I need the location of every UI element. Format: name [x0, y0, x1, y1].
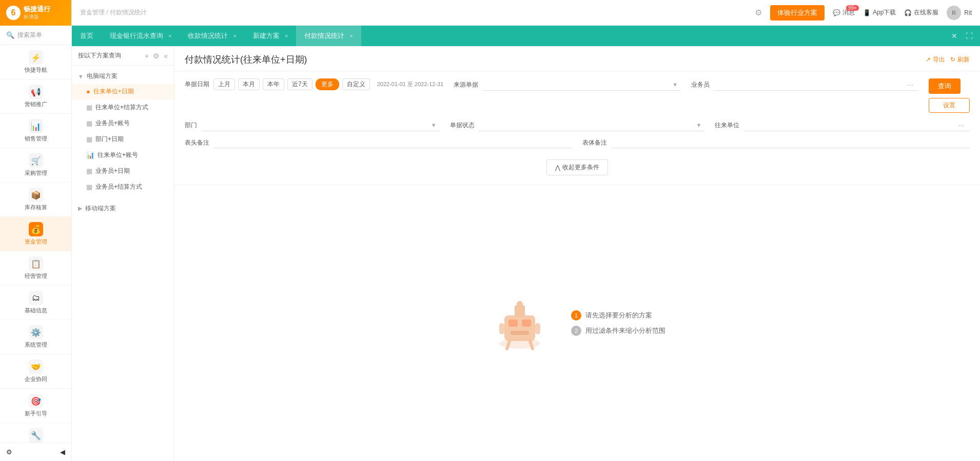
- app-label: App下载: [873, 8, 896, 17]
- settings-button[interactable]: 设置: [929, 98, 970, 113]
- logo-name: 畅捷通行: [24, 5, 50, 13]
- scheme-group-header-mobile[interactable]: ▶移动端方案: [72, 201, 174, 216]
- sidebar-bottom: ⚙ ◀: [0, 443, 71, 461]
- sidebar-label-inventory: 库存核算: [25, 204, 47, 211]
- scheme-item-salesman-account[interactable]: ▦业务员+账号: [72, 115, 174, 131]
- salesman-more-icon[interactable]: ···: [905, 81, 915, 89]
- tab-close-bank-flow[interactable]: ×: [168, 33, 171, 39]
- sidebar-item-inventory[interactable]: 📦 库存核算: [0, 183, 71, 217]
- tab-close-receipt-stats[interactable]: ×: [233, 33, 236, 39]
- user-area[interactable]: R Rit: [947, 6, 972, 20]
- app-download-action[interactable]: 📱 App下载: [863, 8, 896, 17]
- scheme-groups: ▼电脑端方案●往来单位+日期▦往来单位+结算方式▦业务员+账号▦部门+日期📊往来…: [72, 66, 174, 219]
- scheme-item-partner-settle[interactable]: ▦往来单位+结算方式: [72, 99, 174, 115]
- sidebar-item-guide[interactable]: 🎯 新手引导: [0, 389, 71, 423]
- tab-close-new-plan[interactable]: ×: [285, 33, 288, 39]
- scheme-item-salesman-date[interactable]: ▦业务员+日期: [72, 163, 174, 179]
- tab-new-plan[interactable]: 新建方案×: [245, 26, 296, 46]
- collapse-button[interactable]: ⋀ 收起更多条件: [546, 159, 608, 175]
- tabbar-close-all-icon[interactable]: ✕: [948, 31, 961, 41]
- tab-close-payment-stats[interactable]: ×: [349, 33, 352, 39]
- sidebar-icon-sales: 📊: [29, 119, 43, 133]
- date-btn-last-7[interactable]: 近7天: [287, 78, 312, 90]
- source-arrow-icon: ▼: [672, 82, 678, 88]
- status-filter: 单据状态 ▼: [450, 119, 705, 131]
- topbar-settings-icon[interactable]: ⚙: [755, 8, 762, 17]
- sidebar-item-basic[interactable]: 🗂 基础信息: [0, 286, 71, 320]
- header-note-input[interactable]: [213, 137, 572, 148]
- source-label: 来源单据: [454, 81, 478, 89]
- tab-home[interactable]: 首页: [72, 26, 102, 46]
- sidebar-item-marketing[interactable]: 📢 营销推广: [0, 79, 71, 114]
- sidebar-label-purchase: 采购管理: [25, 169, 47, 177]
- svg-rect-8: [535, 323, 540, 334]
- filter-row-3: 表头备注 表体备注: [185, 137, 970, 148]
- salesman-select[interactable]: ···: [714, 78, 918, 91]
- body-note-input[interactable]: [611, 137, 970, 148]
- sidebar-item-finance[interactable]: 💰 资金管理: [0, 217, 71, 251]
- group-arrow-mobile: ▶: [78, 205, 82, 212]
- message-action[interactable]: 💬 消息 99+: [833, 8, 855, 17]
- scheme-icon-salesman-date: ▦: [86, 167, 92, 175]
- export-button[interactable]: ↗ 导出: [926, 55, 945, 64]
- sidebar-settings-icon[interactable]: ⚙: [6, 448, 12, 456]
- service-action[interactable]: 🎧 在线客服: [904, 8, 938, 17]
- scheme-add-icon[interactable]: +: [145, 52, 149, 60]
- tabbar-expand-icon[interactable]: ⛶: [963, 31, 976, 41]
- sidebar-item-operations[interactable]: 📋 经营管理: [0, 251, 71, 286]
- sidebar-collapse-icon[interactable]: ◀: [60, 448, 65, 456]
- sidebar-item-quick-nav[interactable]: ⚡ 快捷导航: [0, 45, 71, 79]
- sidebar-icon-marketing: 📢: [29, 85, 43, 99]
- tab-payment-stats[interactable]: 付款情况统计×: [296, 26, 361, 46]
- date-btn-this-year[interactable]: 本年: [263, 78, 284, 90]
- scheme-label-dept-date: 部门+日期: [95, 135, 124, 144]
- tab-receipt-stats[interactable]: 收款情况统计×: [180, 26, 244, 46]
- scheme-icon-salesman-account: ▦: [86, 119, 92, 127]
- refresh-button[interactable]: ↻ 刷新: [950, 55, 970, 64]
- collapse-bar: ⋀ 收起更多条件: [185, 154, 970, 177]
- source-select[interactable]: ▼: [482, 78, 681, 91]
- date-btn-custom[interactable]: 自定义: [342, 78, 370, 90]
- scheme-collapse-icon[interactable]: «: [164, 52, 168, 60]
- logo-sub: 标准版: [24, 13, 50, 21]
- tab-bank-flow[interactable]: 现金银行流水查询×: [102, 26, 180, 46]
- scheme-item-partner-account[interactable]: 📊往来单位+账号: [72, 147, 174, 163]
- service-label: 在线客服: [914, 8, 938, 17]
- tab-label-home: 首页: [80, 31, 93, 41]
- dept-select[interactable]: ▼: [201, 119, 440, 131]
- query-button[interactable]: 查询: [929, 78, 961, 94]
- filter-actions: 查询 设置: [929, 78, 970, 113]
- scheme-icon-partner-account: 📊: [86, 151, 94, 159]
- scheme-settings-icon[interactable]: ⚙: [153, 52, 160, 60]
- scheme-label-partner-date: 往来单位+日期: [93, 87, 134, 96]
- sidebar-item-sales[interactable]: 📊 销售管理: [0, 114, 71, 148]
- status-select[interactable]: ▼: [479, 119, 705, 131]
- scheme-group-header-pc[interactable]: ▼电脑端方案: [72, 69, 174, 84]
- sidebar-item-enterprise[interactable]: 🤝 企业协同: [0, 354, 71, 389]
- date-btn-last-month[interactable]: 上月: [213, 78, 235, 90]
- salesman-filter: 业务员 ···: [691, 78, 918, 91]
- sidebar-label-quick-nav: 快捷导航: [25, 66, 47, 74]
- date-btn-this-month[interactable]: 本月: [238, 78, 260, 90]
- svg-rect-1: [504, 315, 535, 341]
- tab-label-new-plan: 新建方案: [253, 31, 280, 41]
- logo-text-block: 畅捷通行 标准版: [24, 5, 50, 21]
- sidebar-icon-guide: 🎯: [29, 394, 43, 408]
- sidebar-item-hardware[interactable]: 🔧 智能硬件: [0, 423, 71, 443]
- sidebar-item-system[interactable]: ⚙️ 系统管理: [0, 320, 71, 354]
- search-menu[interactable]: 🔍 搜索菜单: [0, 26, 71, 45]
- scheme-item-salesman-settle[interactable]: ▦业务员+结算方式: [72, 179, 174, 195]
- scheme-item-partner-date[interactable]: ●往来单位+日期: [72, 84, 174, 99]
- sidebar-icon-enterprise: 🤝: [29, 359, 43, 374]
- date-btn-more[interactable]: 更多: [316, 78, 339, 90]
- sidebar-item-purchase[interactable]: 🛒 采购管理: [0, 148, 71, 183]
- partner-select[interactable]: ···: [743, 119, 970, 131]
- scheme-panel-header: 按以下方案查询 + ⚙ «: [72, 46, 174, 66]
- scheme-item-dept-date[interactable]: ▦部门+日期: [72, 131, 174, 147]
- collapse-icon: ⋀: [555, 164, 560, 171]
- partner-select-text: [747, 121, 954, 129]
- partner-more-icon[interactable]: ···: [956, 121, 967, 129]
- step2-num: 2: [571, 326, 581, 336]
- scheme-label-salesman-date: 业务员+日期: [95, 167, 130, 175]
- trial-button[interactable]: 体验行业方案: [770, 5, 825, 21]
